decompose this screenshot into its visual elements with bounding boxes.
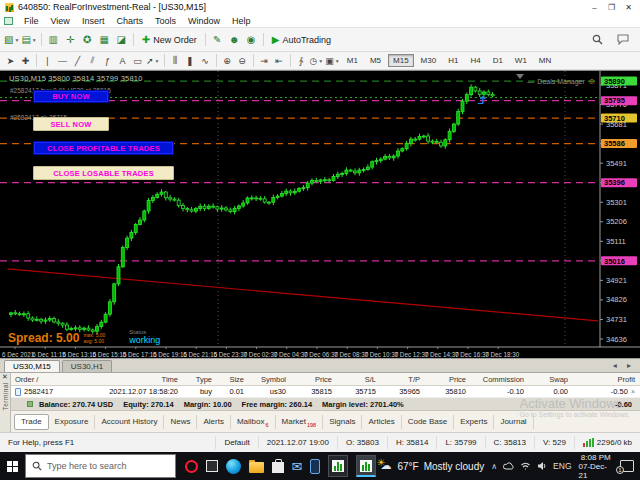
vertical-line-icon[interactable]: ❘ — [40, 54, 55, 68]
fibonacci-icon[interactable]: ƒ — [100, 54, 115, 68]
crosshair-icon[interactable]: ✚ — [18, 54, 33, 68]
order-row[interactable]: 25824172021.12.07 18:58:20buy0.01us30358… — [11, 386, 640, 398]
terminal-tab-exposure[interactable]: Exposure — [49, 415, 96, 429]
cursor-icon[interactable]: ➤ — [3, 54, 18, 68]
auto-scroll-icon[interactable]: ⇥ — [257, 54, 272, 68]
close-button[interactable]: ✕ — [620, 3, 637, 12]
chart-tab-us30-h1[interactable]: US30,H1 — [62, 360, 112, 372]
restore-button[interactable]: ❐ — [603, 3, 620, 12]
terminal-tab-journal[interactable]: Journal — [494, 415, 533, 429]
equidistant-channel-icon[interactable]: ⫽ — [85, 54, 100, 68]
profiles-icon[interactable]: ▤▼ — [20, 31, 37, 48]
menu-window[interactable]: Window — [182, 16, 226, 26]
chart-window-icon[interactable] — [4, 17, 13, 25]
expert-advisors-icon[interactable]: ☻ — [226, 31, 243, 48]
new-chart-icon[interactable]: ▧▼ — [3, 31, 20, 48]
terminal-tab-market[interactable]: Market198 — [276, 415, 324, 429]
terminal-tab-mailbox[interactable]: Mailbox6 — [231, 415, 276, 429]
chart-shift-icon[interactable]: ⇤ — [272, 54, 287, 68]
timeframe-m15[interactable]: M15 — [388, 54, 414, 67]
mail-icon[interactable]: ✉ — [292, 460, 303, 473]
sell-now-button[interactable]: SELL NOW — [33, 117, 109, 131]
zoom-in-icon[interactable]: ⊕ — [220, 54, 235, 68]
timeframe-m1[interactable]: M1 — [342, 54, 363, 67]
speaker-icon[interactable] — [537, 461, 547, 471]
timeframe-m30[interactable]: M30 — [416, 54, 442, 67]
metatrader-taskbar-icon-active[interactable] — [356, 455, 376, 477]
chart-tab-us30-m15[interactable]: US30,M15 — [4, 360, 60, 372]
menu-insert[interactable]: Insert — [76, 16, 111, 26]
terminal-close-icon[interactable]: ✕ — [2, 373, 8, 381]
taskbar-clock[interactable]: 8:08 PM 07-Dec-21 — [579, 453, 613, 480]
timeframe-h1[interactable]: H1 — [443, 54, 463, 67]
timeframe-mn[interactable]: MN — [534, 54, 556, 67]
microsoft-store-icon[interactable] — [272, 462, 284, 473]
strategy-tester-icon[interactable]: ◪ — [113, 31, 130, 48]
deals-manager-label[interactable]: — Deals Manager ☺ — [527, 77, 596, 86]
periods-icon[interactable]: ◷▼ — [309, 54, 325, 68]
terminal-tab-account-history[interactable]: Account History — [95, 415, 164, 429]
notification-center-icon[interactable]: 1 — [620, 460, 634, 472]
start-button[interactable] — [0, 452, 25, 480]
close-order-button[interactable]: × — [631, 388, 635, 395]
new-order-button[interactable]: ✚New Order — [137, 31, 202, 48]
terminal-tab-code-base[interactable]: Code Base — [402, 415, 455, 429]
terminal-panel-icon[interactable]: ▦ — [96, 31, 113, 48]
search-input[interactable] — [47, 461, 169, 471]
hidden-icons-chevron[interactable]: ∧ — [491, 462, 497, 471]
menu-view[interactable]: View — [45, 16, 76, 26]
taskbar-search[interactable] — [25, 454, 176, 478]
close-profitable-trades-button[interactable]: CLOSE PROFITABLE TRADES — [33, 141, 174, 155]
data-window-icon[interactable]: ✛ — [62, 31, 79, 48]
zoom-out-icon[interactable]: ⊖ — [235, 54, 250, 68]
close-losable-trades-button[interactable]: CLOSE LOSABLE TRADES — [33, 166, 174, 180]
chart-area[interactable]: 3587135776356813558635491353963530135206… — [0, 70, 640, 358]
menu-help[interactable]: Help — [226, 16, 257, 26]
timeframe-h4[interactable]: H4 — [465, 54, 485, 67]
bar-chart-icon[interactable]: ⫼ — [168, 54, 183, 68]
timeframe-w1[interactable]: W1 — [510, 54, 532, 67]
metaeditor-icon[interactable]: ✎ — [209, 31, 226, 48]
candlestick-chart-icon[interactable]: ❚ — [183, 54, 198, 68]
metatrader-taskbar-icon[interactable] — [328, 455, 348, 477]
terminal-tab-trade[interactable]: Trade — [14, 414, 49, 430]
tab-badge: 198 — [307, 422, 316, 428]
chat-icon[interactable] — [614, 31, 631, 48]
text-label-icon[interactable]: ▭ — [130, 54, 145, 68]
trendline-icon[interactable]: ╱ — [70, 54, 85, 68]
search-icon[interactable] — [589, 31, 606, 48]
minimize-button[interactable]: – — [586, 3, 603, 12]
language-indicator[interactable]: ENG — [553, 461, 571, 471]
navigator-icon[interactable]: ✪ — [79, 31, 96, 48]
your-phone-icon[interactable] — [310, 459, 320, 474]
line-chart-icon[interactable]: ∿ — [198, 54, 213, 68]
autotrading-button[interactable]: ▶AutoTrading — [267, 31, 336, 48]
web-community-icon[interactable]: ◉ — [243, 31, 260, 48]
arrows-icon[interactable]: ➚▼ — [145, 54, 161, 68]
menu-charts[interactable]: Charts — [110, 16, 149, 26]
tab-scroll-arrows[interactable]: ◂ ▸ — [613, 361, 635, 370]
buy-now-button[interactable]: BUY NOW — [33, 90, 109, 103]
wifi-icon[interactable] — [520, 461, 531, 471]
timeframe-d1[interactable]: D1 — [488, 54, 508, 67]
onedrive-icon[interactable] — [503, 461, 514, 471]
menu-tools[interactable]: Tools — [149, 16, 182, 26]
terminal-tab-articles[interactable]: Articles — [362, 415, 401, 429]
templates-icon[interactable]: ▣▼ — [324, 54, 340, 68]
text-icon[interactable]: A — [115, 54, 130, 68]
horizontal-line-icon[interactable]: ― — [55, 54, 70, 68]
file-explorer-icon[interactable] — [249, 462, 264, 473]
statusbar-profile[interactable]: Default — [216, 436, 258, 449]
task-view-icon[interactable] — [206, 460, 218, 472]
terminal-tab-alerts[interactable]: Alerts — [197, 415, 230, 429]
indicators-icon[interactable]: ∱ — [294, 54, 309, 68]
terminal-tab-experts[interactable]: Experts — [454, 415, 494, 429]
weather-widget[interactable]: ☀☁ 67°F Mostly cloudy — [376, 459, 484, 473]
opera-icon[interactable] — [185, 460, 198, 473]
terminal-tab-news[interactable]: News — [164, 415, 197, 429]
edge-icon[interactable] — [226, 459, 241, 474]
terminal-tab-signals[interactable]: Signals — [323, 415, 362, 429]
market-watch-icon[interactable]: ▥ — [45, 31, 62, 48]
menu-file[interactable]: File — [18, 16, 45, 26]
timeframe-m5[interactable]: M5 — [365, 54, 386, 67]
